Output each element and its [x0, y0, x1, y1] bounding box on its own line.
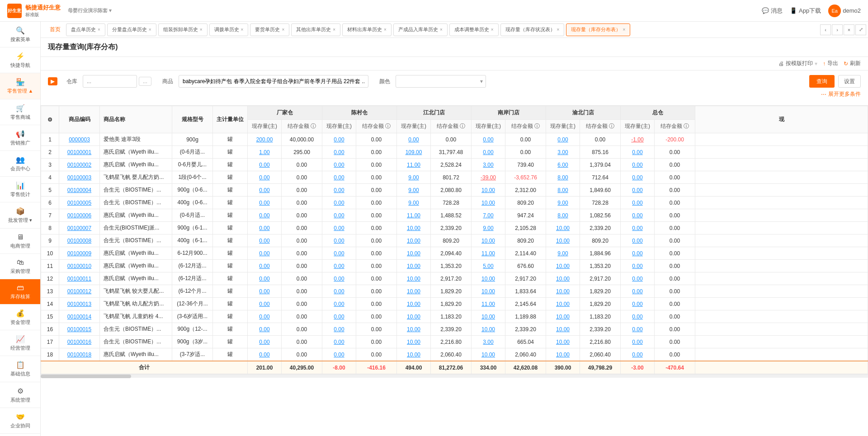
close-tab-group-split[interactable]: ×	[200, 27, 203, 32]
sub-header-factory-amt: 结存金额 ⓘ	[282, 120, 322, 133]
settings-button[interactable]: 设置	[838, 75, 861, 88]
table-row: 700100006惠氏启赋（Wyeth illu...(0-6月适...罐0.0…	[41, 209, 868, 222]
sidebar-item-retail-shop[interactable]: 🛒 零售商城	[0, 99, 40, 125]
table-container[interactable]: ⚙ 商品编码 商品名称 规格型号 主计量单位 厂家仓 陈村仓 江北门店 南岸门店…	[41, 106, 868, 436]
goods-label: 商品	[162, 78, 173, 85]
color-input[interactable]	[396, 78, 477, 84]
sidebar-item-system[interactable]: ⚙ 系统管理	[0, 382, 40, 408]
sidebar-item-ecommerce[interactable]: 🖥 电商管理	[0, 229, 40, 254]
color-dropdown-icon[interactable]: ▾	[477, 78, 486, 84]
table-row: 500100004合生元（BIOSTIME）...900g（0-6...罐0.0…	[41, 184, 868, 197]
sidebar-item-member[interactable]: 👥 会员中心	[0, 151, 40, 177]
finance-icon: 💰	[16, 309, 25, 318]
close-tab-other-out[interactable]: ×	[333, 27, 335, 32]
sub-header-jiangbei-amt: 结存金额 ⓘ	[431, 120, 472, 133]
sidebar-item-purchase[interactable]: 🛍 采购管理	[0, 254, 40, 279]
sidebar-label: 搜索英单	[10, 37, 30, 42]
tab-inventory-sub[interactable]: 分量盘点单历史 ×	[107, 23, 156, 36]
message-icon: 💬	[762, 7, 769, 14]
sidebar-item-retail-stat[interactable]: 📊 零售统计	[0, 177, 40, 202]
refresh-icon: ↻	[844, 61, 848, 67]
table-row: 600100005合生元（BIOSTIME）...400g（0-6...罐0.0…	[41, 197, 868, 209]
tab-other-out[interactable]: 其他出库单历史 ×	[291, 23, 340, 36]
sub-header-total-qty: 现存量(主)	[621, 120, 655, 133]
tab-cost-adjust[interactable]: 成本调整单历史 ×	[449, 23, 499, 36]
member-icon: 👥	[16, 155, 25, 164]
sidebar-label: 企业协同	[10, 423, 30, 429]
tab-product-in[interactable]: 产成品入库单历史 ×	[393, 23, 448, 36]
sidebar-item-marketing[interactable]: 📢 营销推广	[0, 125, 40, 151]
close-tab-requisition[interactable]: ×	[282, 27, 284, 32]
col-header-unit: 主计量单位	[213, 106, 248, 133]
sidebar-item-retail-mgmt[interactable]: 🏪 零售管理 ▲	[0, 73, 40, 99]
tab-group-split[interactable]: 组装拆卸单历史 ×	[158, 23, 208, 36]
table-row: 400100003飞鹤星飞帆 婴儿配方奶...1段(0-6个...罐0.000.…	[41, 171, 868, 184]
close-tab-material-out[interactable]: ×	[384, 27, 387, 32]
warehouse-input[interactable]	[83, 75, 137, 88]
horizontal-scrollbar[interactable]	[41, 374, 868, 378]
nav-expand-btn[interactable]: ⤢	[855, 24, 866, 35]
refresh-btn[interactable]: ↻ 刷新	[844, 60, 861, 67]
sidebar-item-search[interactable]: 🔍 搜索英单	[0, 22, 40, 47]
sidebar-item-finance[interactable]: 💰 资金管理	[0, 305, 40, 330]
sidebar-label: 库存核算	[10, 294, 30, 300]
export-btn[interactable]: ↑ 导出	[823, 60, 838, 67]
sub-header-nanan-qty: 现存量(主)	[472, 120, 505, 133]
nav-next-btn[interactable]: ›	[832, 24, 843, 35]
close-tab-current-stock-dist[interactable]: ×	[623, 27, 625, 32]
warehouse-dots-btn[interactable]: ...	[139, 77, 151, 86]
search-icon: 🔍	[16, 26, 25, 35]
close-tab-cost-adjust[interactable]: ×	[491, 27, 494, 32]
tab-current-stock-table[interactable]: 现存量（库存状况表） ×	[500, 23, 565, 36]
close-tab-current-stock-table[interactable]: ×	[557, 27, 560, 32]
sidebar-item-guide[interactable]: 🎯 新手引导	[0, 434, 40, 436]
tab-requisition[interactable]: 要货单历史 ×	[250, 23, 289, 36]
sidebar-item-operation[interactable]: 📈 经营管理	[0, 330, 40, 356]
col-header-code: 商品编码	[59, 106, 100, 133]
table-row: 1000100009惠氏启赋（Wyeth illu...6-12月900...罐…	[41, 247, 868, 260]
close-tab-transfer[interactable]: ×	[241, 27, 244, 32]
industry-selector[interactable]: 母婴行业演示陈套 ▾	[68, 7, 112, 14]
color-input-wrap: ▾	[396, 75, 486, 88]
sidebar-item-corp[interactable]: 🤝 企业协同	[0, 408, 40, 434]
expand-more-btn[interactable]: ⋯ 展开更多条件	[821, 90, 861, 98]
tab-home[interactable]: 首页	[44, 26, 66, 33]
close-tab-product-in[interactable]: ×	[440, 27, 443, 32]
goods-input[interactable]	[179, 75, 368, 88]
table-row: 200100001惠氏启赋（Wyeth illu...(0-6月适...罐1.0…	[41, 146, 868, 159]
tab-current-stock-dist[interactable]: 现存量（库存分布表） ×	[566, 23, 630, 36]
warehouse-label: 仓库	[66, 78, 77, 85]
col-header-factory: 厂家仓	[248, 106, 322, 120]
nav-prev-btn[interactable]: ‹	[820, 24, 831, 35]
top-right: 💬 消息 📱 App下载 Ea demo2	[762, 5, 861, 17]
tab-inventory-single[interactable]: 盘点单历史 ×	[66, 23, 105, 36]
retail-shop-icon: 🛒	[16, 104, 25, 113]
sidebar-item-inventory[interactable]: 🗃 库存核算	[0, 279, 40, 305]
export-icon: ↑	[823, 61, 826, 67]
sidebar-item-quick-nav[interactable]: ⚡ 快捷导航	[0, 47, 40, 73]
sidebar-label: 零售统计	[10, 192, 30, 197]
sidebar-item-basic[interactable]: 📋 基础信息	[0, 356, 40, 382]
sidebar-item-wholesale[interactable]: 📦 批发管理 ▾	[0, 202, 40, 228]
nav-close-btn[interactable]: ×	[844, 24, 854, 35]
nav-arrows: ‹ › × ⤢	[820, 24, 868, 35]
app-download-btn[interactable]: 📱 App下载	[790, 7, 821, 15]
close-tab-inventory-single[interactable]: ×	[98, 27, 100, 32]
print-btn[interactable]: 🖨 按模版打印 ▾	[778, 60, 817, 67]
table-row: 10000003爱他美 途萃3段900g罐200.0040,000.000.00…	[41, 133, 868, 146]
basic-icon: 📋	[16, 361, 25, 369]
sidebar-label: 经营管理	[10, 345, 30, 351]
table-row: 1600100015合生元（BIOSTIME）...900g（12-...罐0.…	[41, 323, 868, 336]
close-tab-inventory-sub[interactable]: ×	[149, 27, 151, 32]
sidebar-label: 营销推广	[10, 140, 30, 146]
sidebar: 🔍 搜索英单 ⚡ 快捷导航 🏪 零售管理 ▲ 🛒 零售商城 📢 营销推广 👥 会…	[0, 22, 41, 436]
tab-material-out[interactable]: 材料出库单历史 ×	[342, 23, 392, 36]
col-header-total: 总仓	[621, 106, 695, 120]
tab-transfer[interactable]: 调拨单历史 ×	[209, 23, 249, 36]
operation-icon: 📈	[16, 335, 25, 343]
message-btn[interactable]: 💬 消息	[762, 7, 783, 15]
filter-expand-btn[interactable]: ▶	[48, 77, 57, 85]
col-header-settings[interactable]: ⚙	[41, 106, 59, 133]
user-area[interactable]: Ea demo2	[828, 5, 861, 17]
query-button[interactable]: 查询	[809, 75, 835, 88]
